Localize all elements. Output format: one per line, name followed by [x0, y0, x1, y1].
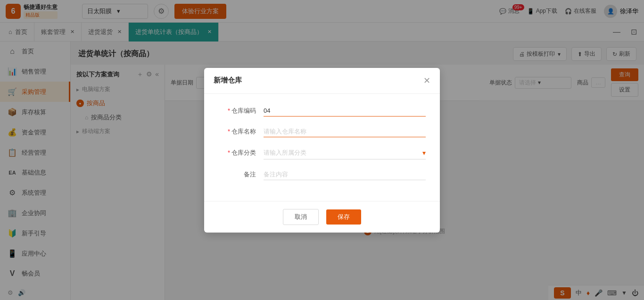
category-label: 仓库分类	[218, 149, 256, 157]
modal-footer: 取消 保存	[204, 201, 440, 233]
save-button[interactable]: 保存	[326, 209, 361, 225]
new-warehouse-modal: 新增仓库 ✕ 仓库编码 仓库名称 仓库分类 请输入所属分类 ▾	[204, 68, 440, 233]
form-row-name: 仓库名称	[218, 126, 426, 137]
modal-overlay: 新增仓库 ✕ 仓库编码 仓库名称 仓库分类 请输入所属分类 ▾	[0, 0, 644, 300]
category-arrow-icon: ▾	[422, 149, 426, 157]
form-row-code: 仓库编码	[218, 105, 426, 117]
warehouse-code-input[interactable]	[264, 105, 426, 117]
warehouse-category-select[interactable]: 请输入所属分类 ▾	[264, 147, 426, 159]
cancel-button[interactable]: 取消	[283, 209, 319, 225]
category-placeholder: 请输入所属分类	[264, 149, 306, 157]
warehouse-name-input[interactable]	[264, 126, 426, 137]
modal-body: 仓库编码 仓库名称 仓库分类 请输入所属分类 ▾ 备注	[204, 94, 440, 201]
modal-header: 新增仓库 ✕	[204, 68, 440, 94]
warehouse-remark-input[interactable]	[264, 169, 426, 180]
name-label: 仓库名称	[218, 127, 256, 136]
remark-label: 备注	[218, 170, 256, 179]
code-label: 仓库编码	[218, 107, 256, 115]
form-row-remark: 备注	[218, 169, 426, 180]
form-row-category: 仓库分类 请输入所属分类 ▾	[218, 147, 426, 159]
modal-title: 新增仓库	[214, 76, 242, 85]
modal-close-button[interactable]: ✕	[423, 75, 430, 86]
